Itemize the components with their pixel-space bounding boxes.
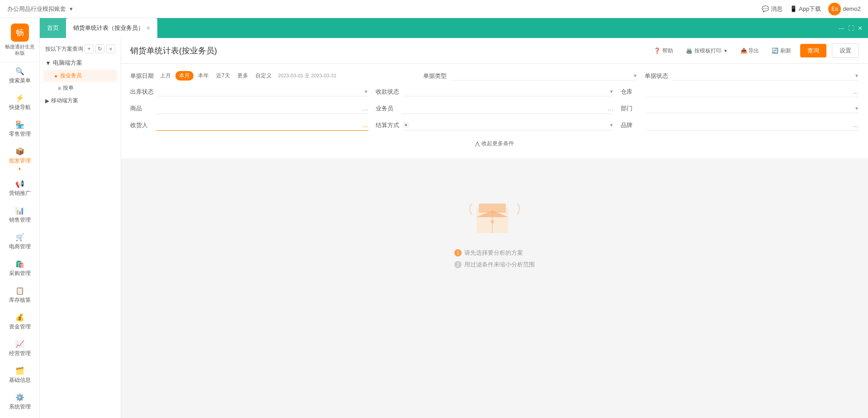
- doc-status-select[interactable]: ▼: [672, 71, 859, 81]
- more-btn[interactable]: 更多: [235, 71, 251, 81]
- sidebar-item-quick-nav[interactable]: ⚡ 快捷导航: [0, 89, 39, 116]
- inventory-icon: 📋: [15, 286, 24, 295]
- svg-point-4: [491, 220, 494, 223]
- this-year-btn[interactable]: 本年: [195, 71, 212, 81]
- sidebar-item-purchase[interactable]: 🛍️ 采购管理: [0, 255, 39, 282]
- custom-btn[interactable]: 自定义: [253, 71, 274, 81]
- sidebar-item-label: 经营管理: [9, 350, 31, 357]
- tab-sales-stat[interactable]: 销货单统计表（按业务员） ×: [66, 18, 157, 38]
- left-panel-title: 按以下方案查询: [45, 45, 83, 53]
- receipt-status-select[interactable]: ▼: [403, 87, 614, 96]
- refresh-btn[interactable]: 🔄 刷新: [768, 45, 795, 57]
- breadcrumb-dropdown-icon[interactable]: ▾: [70, 5, 73, 12]
- sidebar-item-marketing[interactable]: 📢 营销推广: [0, 175, 39, 202]
- date-filter-buttons: 上月 本月 本年 近7天 更多 自定义 2023-03-01 至 2023-03…: [157, 71, 336, 81]
- template-print-btn[interactable]: 🖨️ 按模板打印 ▼: [682, 45, 731, 57]
- last-7-days-btn[interactable]: 近7天: [213, 71, 233, 81]
- query-btn[interactable]: 查询: [800, 44, 826, 57]
- salesperson-label: 业务员: [376, 104, 397, 113]
- salesperson-dots[interactable]: …: [607, 104, 613, 112]
- tab-bar: 首页 销货单统计表（按业务员） × — ⛶ ✕: [40, 18, 868, 38]
- receiver-filter-item: 收货人 …: [130, 119, 368, 131]
- payment-method-select[interactable]: × ▼: [403, 120, 614, 130]
- retail-icon: 🏪: [15, 120, 24, 129]
- goods-dots[interactable]: …: [362, 104, 368, 112]
- tab-close-btn[interactable]: ×: [146, 24, 150, 32]
- window-close-btn[interactable]: ✕: [858, 25, 863, 32]
- refresh-plan-btn[interactable]: ↻: [95, 44, 104, 53]
- receiver-input[interactable]: …: [156, 119, 368, 131]
- app-download-btn[interactable]: 📱 App下载: [790, 5, 821, 13]
- sidebar-item-search[interactable]: 🔍 搜索菜单: [0, 62, 39, 89]
- settings-btn[interactable]: 设置: [832, 43, 859, 58]
- collapse-filters-btn[interactable]: ⋀ 收起更多条件: [130, 136, 859, 151]
- app-icon: 📱: [790, 5, 797, 12]
- empty-hint-2-text: 用过滤条件来缩小分析范围: [464, 261, 535, 269]
- collapse-panel-btn[interactable]: «: [106, 44, 115, 53]
- empty-hint-1-text: 请先选择要分析的方案: [464, 249, 523, 257]
- sidebar-item-retail[interactable]: 🏪 零售管理: [0, 116, 39, 142]
- empty-illustration: [467, 195, 522, 240]
- sidebar-item-label: 系统管理: [9, 403, 31, 411]
- receiver-label: 收货人: [130, 121, 152, 129]
- add-plan-btn[interactable]: +: [85, 44, 94, 53]
- mobile-plans[interactable]: ▶ 移动端方案: [40, 94, 121, 107]
- message-btn[interactable]: 💬 消息: [762, 5, 783, 13]
- receipt-status-label: 收款状态: [376, 88, 399, 96]
- sidebar-item-sales[interactable]: 📊 销售管理: [0, 202, 39, 228]
- receiver-dots[interactable]: …: [362, 121, 368, 128]
- sidebar-item-label: 库存核算: [9, 296, 31, 304]
- collapse-filters-label: 收起更多条件: [481, 140, 514, 147]
- desktop-plan-title[interactable]: ▼ 电脑端方案: [43, 56, 117, 70]
- this-month-btn[interactable]: 本月: [175, 71, 193, 81]
- last-month-btn[interactable]: 上月: [157, 71, 174, 81]
- doc-type-select[interactable]: ▼: [450, 71, 637, 81]
- warehouse-input[interactable]: …: [646, 86, 859, 97]
- department-filter-item: 部门 ▼: [621, 104, 859, 113]
- minimize-btn[interactable]: —: [839, 25, 844, 32]
- purchase-icon: 🛍️: [15, 260, 24, 268]
- plan-item-label: 按单: [63, 84, 74, 92]
- payment-method-filter-item: 结算方式 × ▼: [376, 120, 614, 130]
- sales-icon: 📊: [15, 206, 24, 215]
- sidebar-item-system[interactable]: ⚙️ 系统管理: [0, 389, 39, 415]
- tab-home[interactable]: 首页: [40, 18, 66, 38]
- export-icon: 📤: [741, 48, 747, 54]
- plan-item-by-salesperson[interactable]: ● 按业务员: [43, 70, 117, 82]
- refresh-icon: 🔄: [772, 48, 778, 54]
- sidebar-item-label: 采购管理: [9, 270, 31, 277]
- empty-hint-2: 2 用过滤条件来缩小分析范围: [454, 261, 535, 269]
- goods-label: 商品: [130, 104, 152, 113]
- brand-input[interactable]: …: [646, 119, 859, 131]
- warehouse-filter-item: 仓库 …: [621, 86, 859, 97]
- brand-dots[interactable]: …: [853, 121, 859, 128]
- department-select[interactable]: ▼: [646, 104, 859, 113]
- maximize-btn[interactable]: ⛶: [848, 25, 854, 32]
- system-icon: ⚙️: [15, 393, 24, 402]
- message-label: 消息: [771, 5, 783, 13]
- sidebar-item-basic[interactable]: 🗂️ 基础信息: [0, 362, 39, 389]
- sidebar-item-label: 批发管理: [9, 157, 31, 165]
- sidebar-item-finance[interactable]: 💰 资金管理: [0, 309, 39, 335]
- user-area[interactable]: Ea demo2: [828, 3, 861, 15]
- date-label: 单据日期: [130, 72, 154, 80]
- operations-icon: 📈: [15, 340, 24, 348]
- out-status-select[interactable]: ▼: [157, 87, 368, 96]
- export-label: 导出: [748, 47, 759, 55]
- plan-item-by-order[interactable]: ≡ 按单: [43, 82, 117, 94]
- tab-bar-actions: — ⛶ ✕: [833, 25, 868, 32]
- basic-icon: 🗂️: [15, 366, 24, 375]
- help-btn[interactable]: ❓ 帮助: [650, 45, 677, 57]
- warehouse-dots[interactable]: …: [853, 88, 859, 95]
- empty-hints: 1 请先选择要分析的方案 2 用过滤条件来缩小分析范围: [454, 249, 535, 271]
- sidebar-item-operations[interactable]: 📈 经营管理: [0, 335, 39, 362]
- sidebar-item-enterprise[interactable]: 🤝 企业协同: [0, 415, 39, 418]
- sidebar-item-ecommerce[interactable]: 🛒 电商管理: [0, 228, 39, 255]
- doc-type-filter-item: 单据类型 ▼: [423, 71, 637, 81]
- salesperson-input[interactable]: …: [401, 103, 614, 114]
- sidebar-item-inventory[interactable]: 📋 库存核算: [0, 282, 39, 309]
- export-btn[interactable]: 📤 导出: [737, 45, 763, 57]
- goods-input[interactable]: …: [156, 103, 368, 114]
- sidebar: 畅 畅捷通好生意标版 🔍 搜索菜单 ⚡ 快捷导航 🏪 零售管理 📦 批发管理 ▲…: [0, 18, 40, 418]
- sidebar-item-wholesale[interactable]: 📦 批发管理 ▲: [0, 142, 39, 175]
